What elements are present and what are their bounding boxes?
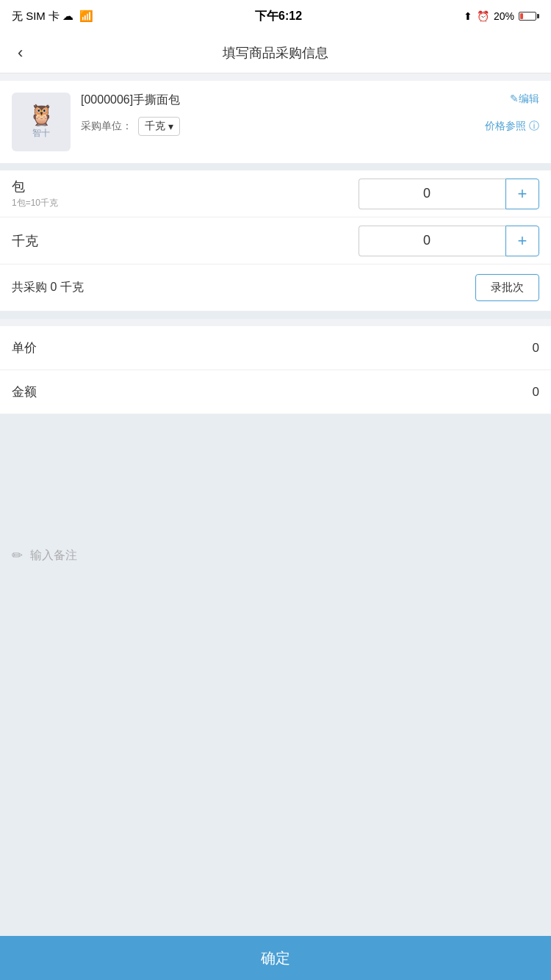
product-name: [0000006]手撕面包 [81,93,180,108]
status-bar: 无 SIM 卡 ☁ 📶 下午6:12 ⬆ ⏰ 20% [0,0,551,32]
amount-row: 金额 0 [0,370,551,414]
bag-input-row: 包 1包=10千克 + [0,170,551,217]
back-button[interactable]: ‹ [12,37,29,68]
kg-label-main: 千克 [12,232,100,250]
status-time: 下午6:12 [255,9,302,24]
product-unit-row: 采购单位： 千克 ▾ 价格参照 ⓘ [81,117,539,136]
summary-text: 共采购 0 千克 [12,280,84,295]
amount-value: 0 [533,385,539,400]
battery-fill [520,13,523,19]
unit-value: 千克 [145,120,165,133]
page-title: 填写商品采购信息 [223,44,328,62]
unit-price-label: 单价 [12,339,37,356]
content-spacer [0,696,551,936]
input-section: 包 1包=10千克 + 千克 + 共采购 0 千克 录批次 [0,170,551,311]
kg-label: 千克 [12,232,100,250]
bag-controls: + [359,179,539,209]
summary-unit: 千克 [60,281,84,293]
bag-label-main: 包 [12,178,100,195]
pencil-icon: ✏ [12,547,23,563]
battery-percent: 20% [494,10,514,22]
bag-qty-input[interactable] [359,179,505,209]
location-icon: ⬆ [464,10,472,22]
amount-label: 金额 [12,383,37,400]
summary-row: 共采购 0 千克 录批次 [0,264,551,311]
bag-plus-button[interactable]: + [505,179,539,209]
info-icon: ⓘ [529,120,539,133]
unit-price-row: 单价 0 [0,326,551,370]
confirm-button[interactable]: 确定 [0,936,551,980]
kg-plus-button[interactable]: + [505,226,539,256]
bag-label: 包 1包=10千克 [12,178,100,209]
unit-price-value: 0 [533,341,539,356]
kg-qty-input[interactable] [359,226,505,256]
battery-body [519,12,536,21]
chevron-down-icon: ▾ [168,120,173,132]
note-section[interactable]: ✏ 输入备注 [0,414,551,696]
product-card: 🦉 智十 [0000006]手撕面包 ✎编辑 采购单位： 千克 ▾ 价格参照 ⓘ [0,81,551,163]
alarm-icon: ⏰ [477,10,489,22]
status-left: 无 SIM 卡 ☁ 📶 [12,10,93,24]
price-ref-button[interactable]: 价格参照 ⓘ [485,120,539,133]
battery-icon [519,12,539,21]
summary-label: 共采购 [12,281,47,293]
nav-bar: ‹ 填写商品采购信息 [0,32,551,73]
owl-icon: 🦉 [29,105,54,126]
status-right: ⬆ ⏰ 20% [464,10,539,22]
summary-amount: 0 [50,281,60,293]
product-header: [0000006]手撕面包 ✎编辑 [81,93,539,108]
battery-tip [537,14,539,18]
edit-button[interactable]: ✎编辑 [510,93,539,106]
bag-label-sub: 1包=10千克 [12,197,100,209]
batch-button[interactable]: 录批次 [475,274,539,301]
product-info: [0000006]手撕面包 ✎编辑 采购单位： 千克 ▾ 价格参照 ⓘ [81,93,539,136]
price-section: 单价 0 金额 0 [0,326,551,414]
kg-controls: + [359,226,539,256]
unit-label: 采购单位： 千克 ▾ [81,117,180,136]
note-placeholder: 输入备注 [30,548,77,563]
product-image-inner: 🦉 智十 [29,105,54,140]
product-image: 🦉 智十 [12,93,71,151]
unit-select[interactable]: 千克 ▾ [138,117,180,136]
unit-label-text: 采购单位： [81,120,132,133]
sim-status: 无 SIM 卡 ☁ [12,10,73,24]
kg-input-row: 千克 + [0,217,551,264]
brand-label: 智十 [32,127,50,140]
wifi-icon: 📶 [79,10,93,23]
section-divider-1 [0,163,551,170]
price-ref-label: 价格参照 [485,120,526,133]
section-divider-2 [0,311,551,319]
